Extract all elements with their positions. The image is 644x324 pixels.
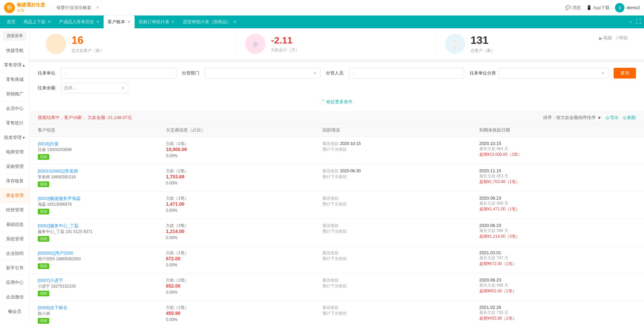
unit-category-select[interactable]: ▼ bbox=[499, 68, 608, 79]
sidebar-item-basic-info[interactable]: 基础信息 bbox=[0, 217, 29, 232]
overdue-amount-2[interactable]: 超期¥1,471.00（1笔） bbox=[479, 206, 636, 212]
app-download-button[interactable]: 📱 App下载 bbox=[586, 5, 610, 11]
sort-button[interactable]: 排序：按欠款金额倒序排序 ▼ bbox=[543, 115, 601, 121]
tab-product-history[interactable]: 产成品入库单历史 ✕ bbox=[55, 16, 104, 28]
sidebar-item-quick-nav[interactable]: 快捷导航 bbox=[0, 43, 29, 58]
overdue-amount-4[interactable]: 超期¥672.00（1笔） bbox=[479, 261, 636, 267]
help-button[interactable]: ? 帮助 bbox=[616, 35, 628, 41]
customer-name-4[interactable]: [000002]用户2050 bbox=[38, 250, 166, 256]
search-menu-button[interactable]: 搜索菜单 bbox=[3, 31, 27, 41]
next-payment-0: 预计下次收款 bbox=[323, 147, 479, 152]
stat-card-amount: ◆ -2.11 欠款合计（万） bbox=[237, 34, 437, 54]
debt-ratio-3: 0.00% bbox=[166, 235, 323, 240]
filter-area: 往来单位 ··· 分管部门 ▼ 分管人员 ··· bbox=[30, 62, 644, 112]
stat-card-customers: ¥ 16 总欠款客户（家） bbox=[38, 34, 237, 54]
sidebar-item-enterprise-wechat[interactable]: 企业微信 bbox=[0, 290, 29, 304]
due-cell-1: 2020.11.15 最长欠款 853 天 超期¥1,703.68（1笔） bbox=[479, 168, 636, 185]
col-header-recovery: 回款情况 bbox=[323, 127, 479, 133]
sidebar-item-inventory[interactable]: 库存核算 bbox=[0, 174, 29, 188]
recovery-cell-3: 最近收款 预计下次收款 bbox=[323, 223, 479, 234]
user-menu[interactable]: d demo2 bbox=[615, 3, 640, 12]
results-actions: 排序：按欠款金额倒序排序 ▼ ⊙ 导出 ⊙ 刷新 bbox=[543, 115, 636, 121]
debt-ratio-1: 0.00% bbox=[166, 181, 323, 185]
sidebar-item-ecommerce[interactable]: 电商管理 bbox=[0, 145, 29, 159]
sidebar-item-marketing[interactable]: 营销推广 bbox=[0, 87, 29, 101]
sidebar-item-retail-mall[interactable]: 零售商城 bbox=[0, 72, 29, 87]
export-button[interactable]: ⊙ 导出 bbox=[606, 115, 619, 121]
stat-card-total: 🏢 131 总客户（家） ▶ 视频 ? 帮助 bbox=[437, 34, 636, 54]
customer-name-6[interactable]: [0006]去下粮仓 bbox=[38, 305, 166, 311]
collapse-button[interactable]: ⌃ 收起更多条件 bbox=[38, 97, 636, 106]
latest-label-3: 最近收款 bbox=[323, 223, 339, 228]
filter-row-2: 往来余额 选择... ▼ bbox=[38, 83, 636, 93]
due-cell-4: 2021.03.01 最长欠款 747 天 超期¥672.00（1笔） bbox=[479, 250, 636, 267]
debt-ratio-0: 0.00% bbox=[166, 153, 323, 158]
export-icon: ⊙ bbox=[606, 115, 609, 120]
tab-close-icon[interactable]: ✕ bbox=[48, 20, 51, 24]
tab-close-icon[interactable]: ✕ bbox=[233, 20, 236, 24]
balance-placeholder: 选择... bbox=[64, 85, 76, 91]
sidebar-item-batch-mgmt[interactable]: 批发管理 ▼ bbox=[0, 130, 29, 145]
manager-input[interactable]: ··· bbox=[349, 68, 465, 79]
search-button[interactable]: 查询 bbox=[614, 68, 636, 79]
filter-row-1: 往来单位 ··· 分管部门 ▼ 分管人员 ··· bbox=[38, 68, 636, 79]
sidebar-item-retail-mgmt[interactable]: 零售管理 ▲ bbox=[0, 58, 29, 72]
balance-select[interactable]: 选择... ▼ bbox=[61, 83, 128, 93]
debt-count-1: 欠款（1笔） bbox=[166, 168, 323, 174]
sidebar-item-new-guide[interactable]: 新手引导 bbox=[0, 261, 29, 275]
customer-name-3[interactable]: [0002]服务中心_丁磊 bbox=[38, 223, 166, 229]
message-button[interactable]: 💬 消息 bbox=[565, 5, 581, 11]
video-help-button[interactable]: ▶ 视频 bbox=[599, 35, 612, 41]
customer-name-1[interactable]: [0001020001]李老师 bbox=[38, 168, 166, 174]
dept-label: 分管部门 bbox=[182, 70, 202, 76]
overdue-amount-1[interactable]: 超期¥1,703.68（1笔） bbox=[479, 179, 636, 185]
recovery-cell-6: 最近收款 预计下次收款 bbox=[323, 305, 479, 316]
sidebar-item-finance[interactable]: 资金管理 bbox=[0, 188, 29, 203]
customer-name-5[interactable]: [0007]小进于 bbox=[38, 277, 166, 284]
customer-tag-4: 现销 bbox=[38, 263, 49, 269]
message-icon: 💬 bbox=[565, 5, 571, 10]
app-icon: 📱 bbox=[586, 5, 592, 10]
tab-product-offline[interactable]: 商品上下架 ✕ bbox=[20, 16, 55, 28]
overdue-amount-3[interactable]: 超期¥1,214.00（3笔） bbox=[479, 234, 636, 239]
overdue-amount-0[interactable]: 超期¥10,000.00（1笔） bbox=[479, 152, 636, 157]
overdue-amount-6[interactable]: 超期¥455.90（1笔） bbox=[479, 316, 636, 321]
sidebar-item-enterprise-collab[interactable]: 企业协同 bbox=[0, 246, 29, 261]
from-unit-input[interactable]: ··· bbox=[61, 68, 176, 79]
customer-name-2[interactable]: [0003]畅捷服务尹海蕊 bbox=[38, 196, 166, 202]
refresh-button[interactable]: ⊙ 刷新 bbox=[623, 115, 636, 121]
sidebar-item-vip-member[interactable]: 畅会员 bbox=[0, 304, 29, 319]
results-header: 搜索结果中，客户16家， 欠款金额 -21,148.07元 排序：按欠款金额倒序… bbox=[30, 112, 644, 124]
tab-close-icon[interactable]: ✕ bbox=[127, 20, 131, 24]
overdue-amount-5[interactable]: 超期¥652.00（1笔） bbox=[479, 288, 636, 294]
company-dropdown-icon[interactable]: ▼ bbox=[95, 5, 100, 10]
tab-purchase-order[interactable]: 采购订单统计表 ✕ bbox=[135, 16, 179, 28]
tab-customer-account[interactable]: 客户账本 ✕ bbox=[104, 16, 135, 28]
sidebar-item-member-center[interactable]: 会员中心 bbox=[0, 101, 29, 116]
tabs-expand-icon[interactable]: ⛶ bbox=[636, 19, 641, 26]
customer-tag-3: 现销 bbox=[38, 236, 49, 242]
tab-close-icon[interactable]: ✕ bbox=[171, 20, 175, 24]
tab-close-icon[interactable]: ✕ bbox=[96, 20, 100, 24]
dept-select[interactable]: ▼ bbox=[205, 68, 320, 79]
sidebar-item-ops-mgmt[interactable]: 经营管理 bbox=[0, 203, 29, 217]
customer-cell-1: [0001020001]李老师 李老师 18600391516 现销 bbox=[38, 168, 166, 187]
unit-category-arrow: ▼ bbox=[601, 71, 605, 76]
sidebar-item-sys-mgmt[interactable]: 系统管理 bbox=[0, 232, 29, 246]
customer-tag-2: 现销 bbox=[38, 209, 49, 214]
collapse-icon: ⌃ bbox=[321, 99, 325, 105]
tab-inventory-stats[interactable]: 进货单统计表（按商品） ✕ bbox=[179, 16, 241, 28]
sidebar-item-retail-stats[interactable]: 零售统计 bbox=[0, 116, 29, 130]
latest-label-0: 最近收款 bbox=[323, 141, 339, 146]
tab-home[interactable]: 首页 bbox=[3, 16, 20, 28]
customer-phone-2: 海蕊 18513066976 bbox=[38, 202, 166, 207]
customer-name-0[interactable]: [0016]吕俊 bbox=[38, 141, 166, 147]
sidebar-item-purchase-mgmt[interactable]: 采购管理 bbox=[0, 159, 29, 174]
sidebar-item-app-center[interactable]: 应用中心 bbox=[0, 275, 29, 290]
debt-ratio-5: 0.00% bbox=[166, 290, 323, 295]
debt-amount-0: 10,000.00 bbox=[166, 147, 323, 152]
latest-date-1: 2020-06-30 bbox=[340, 169, 361, 173]
tabs-minus-icon[interactable]: － bbox=[628, 19, 633, 26]
refresh-icon: ⊙ bbox=[623, 115, 626, 120]
table-row: [0001020001]李老师 李老师 18600391516 现销 欠款（1笔… bbox=[30, 164, 644, 192]
